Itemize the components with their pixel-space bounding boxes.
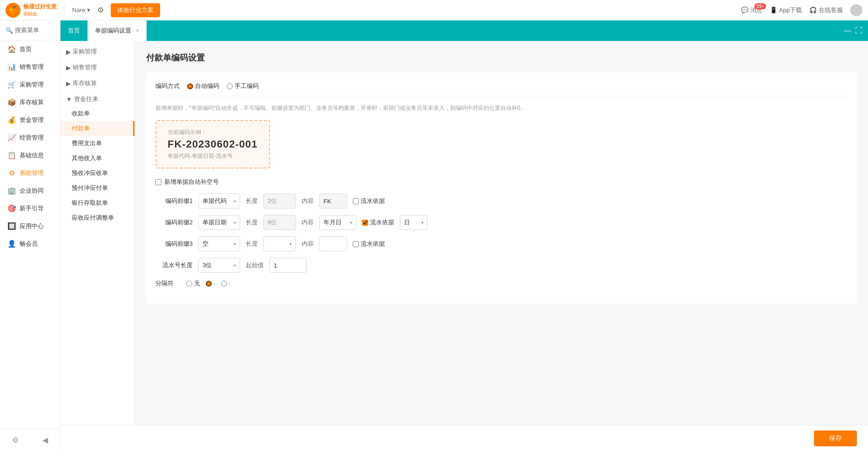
- length-3-select[interactable]: ▾: [263, 236, 296, 251]
- length-2-label: 长度: [246, 218, 258, 227]
- content-1-input[interactable]: [319, 194, 347, 209]
- topbar-left: 🍊 畅通过好生意 旗舰版 Nare ▾ ⚙ 体验行业方案: [6, 3, 160, 18]
- content-2-label: 内容: [302, 218, 314, 227]
- sidebar-item-member[interactable]: 👤 畅会员: [0, 235, 60, 253]
- separator-dash[interactable]: ·: [221, 280, 231, 287]
- submenu-item-prepay-receivable[interactable]: 预收冲应收单: [61, 166, 135, 181]
- chevron-right-icon: ▶: [66, 80, 71, 87]
- chevron-down-icon: ▾: [421, 220, 424, 225]
- submenu-group-capital-title[interactable]: ▼ 资金往来: [61, 92, 135, 106]
- tab-maximize-button[interactable]: ⛶: [855, 27, 862, 35]
- sidebar-settings-button[interactable]: ⚙: [9, 433, 21, 447]
- submenu-item-adjust[interactable]: 应收应付调整单: [61, 210, 135, 225]
- experience-button[interactable]: 体验行业方案: [111, 3, 160, 17]
- prefix-row-1: 编码前缀1 单据代码 ▾ 长度 内容 流水依据: [155, 194, 848, 209]
- encode-method-radio-group: 自动编码 手工编码: [187, 82, 259, 90]
- chevron-down-icon: ▾: [234, 242, 236, 247]
- submenu-item-payment[interactable]: 付款单: [61, 121, 135, 136]
- newbie-icon: 🎯: [7, 204, 16, 213]
- save-button[interactable]: 保存: [814, 431, 857, 446]
- basic-icon: 📋: [7, 151, 16, 160]
- sidebar-item-basic[interactable]: 📋 基础信息: [0, 147, 60, 164]
- app-download-button[interactable]: 📱 App下载: [770, 6, 802, 14]
- submenu-group-inventory-title[interactable]: ▶ 库存核算: [61, 76, 135, 90]
- online-service-button[interactable]: 🎧 在线客服: [809, 6, 843, 14]
- appcenter-icon: 🔲: [7, 222, 16, 230]
- sidebar-search[interactable]: 🔍 搜索菜单: [0, 20, 60, 40]
- sidebar-collapse-button[interactable]: ◀: [40, 433, 51, 447]
- prefix-2-label: 编码前缀2: [155, 218, 193, 227]
- prefix-1-select[interactable]: 单据代码 ▾: [198, 194, 240, 209]
- search-menu-button[interactable]: 🔍 搜索菜单: [4, 24, 56, 36]
- enterprise-icon: 🏢: [7, 187, 16, 195]
- system-icon: ⚙: [7, 169, 16, 177]
- serial-unit-select[interactable]: 日 ▾: [400, 215, 428, 230]
- sidebar-item-sales[interactable]: 📊 销售管理: [0, 58, 60, 76]
- preview-code: FK-20230602-001: [168, 138, 258, 150]
- submenu-item-bank[interactable]: 银行存取款单: [61, 195, 135, 210]
- message-button[interactable]: 💬 消息 99+: [741, 6, 762, 14]
- sidebar-item-home[interactable]: 🏠 首页: [0, 40, 60, 58]
- auto-code-radio[interactable]: 自动编码: [187, 82, 219, 90]
- length-1-input[interactable]: [263, 194, 296, 209]
- separator-dot[interactable]: ·: [206, 280, 215, 287]
- sidebar-item-inventory[interactable]: 📦 库存核算: [0, 94, 60, 111]
- start-value-input[interactable]: [269, 258, 307, 273]
- prefix-3-select[interactable]: 空 ▾: [198, 236, 240, 251]
- serial-1-checkbox[interactable]: [353, 198, 359, 204]
- inventory-icon: 📦: [7, 98, 16, 107]
- tab-close-icon[interactable]: ×: [136, 27, 139, 34]
- auto-fill-row: 新增单据自动补空号: [155, 178, 848, 186]
- sales-icon: 📊: [7, 63, 16, 71]
- preview-label: 当前编码示例：: [168, 128, 258, 136]
- serial-length-select[interactable]: 3位 ▾: [198, 258, 240, 273]
- separator-options: 无 · ·: [186, 279, 230, 288]
- serial-2-checkbox[interactable]: [362, 220, 368, 226]
- sidebar-item-newbie[interactable]: 🎯 新手引导: [0, 200, 60, 217]
- length-1-label: 长度: [246, 197, 258, 205]
- submenu-item-receipt[interactable]: 收款单: [61, 106, 135, 121]
- prefix-2-select[interactable]: 单据日期 ▾: [198, 215, 240, 230]
- separator-none[interactable]: 无: [186, 279, 200, 288]
- tab-bar-actions: — ⛶: [844, 27, 868, 35]
- sidebar-item-appcenter[interactable]: 🔲 应用中心: [0, 217, 60, 235]
- tab-minimize-button[interactable]: —: [844, 27, 851, 35]
- submenu-item-expense[interactable]: 费用支出单: [61, 136, 135, 151]
- sidebar-item-purchase[interactable]: 🛒 采购管理: [0, 76, 60, 94]
- submenu-item-other-income[interactable]: 其他收入单: [61, 151, 135, 166]
- serial-2-checkbox-label[interactable]: 流水依据: [362, 218, 394, 227]
- tab-home[interactable]: 首页: [61, 20, 87, 41]
- sidebar-item-finance[interactable]: 💰 资金管理: [0, 111, 60, 129]
- submenu-group-purchase-title[interactable]: ▶ 采购管理: [61, 45, 135, 59]
- home-icon: 🏠: [7, 45, 16, 54]
- content-3-input[interactable]: [319, 236, 347, 251]
- auto-fill-checkbox[interactable]: [155, 179, 161, 185]
- chevron-right-icon: ▶: [66, 64, 71, 71]
- content-2-select[interactable]: 年月日 ▾: [319, 215, 357, 230]
- serial-1-checkbox-label[interactable]: 流水依据: [353, 197, 385, 205]
- sidebar-item-operation[interactable]: 📈 经营管理: [0, 129, 60, 147]
- nav-dropdown[interactable]: Nare ▾: [72, 7, 90, 13]
- serial-3-checkbox-label[interactable]: 流水依据: [353, 240, 385, 248]
- submenu-group-sales-title[interactable]: ▶ 销售管理: [61, 61, 135, 74]
- settings-icon[interactable]: ⚙: [94, 4, 107, 17]
- user-avatar[interactable]: [850, 4, 862, 16]
- sidebar-item-enterprise[interactable]: 🏢 企业协同: [0, 182, 60, 200]
- sidebar-item-system[interactable]: ⚙ 系统管理: [0, 164, 60, 182]
- chevron-down-icon: ▾: [234, 263, 236, 268]
- service-icon: 🎧: [809, 7, 817, 13]
- content-3-label: 内容: [302, 240, 314, 248]
- sub-menu: ▶ 采购管理 ▶ 销售管理 ▶ 库存核算: [61, 41, 135, 425]
- serial-3-checkbox[interactable]: [353, 241, 359, 247]
- tab-encode-setting[interactable]: 单据编码设置 ×: [87, 20, 147, 41]
- submenu-item-prepay-payable[interactable]: 预付冲应付单: [61, 181, 135, 195]
- topbar-right: 💬 消息 99+ 📱 App下载 🎧 在线客服: [741, 4, 862, 16]
- submenu-group-purchase: ▶ 采购管理: [61, 45, 135, 59]
- manual-code-radio[interactable]: 手工编码: [227, 82, 259, 90]
- chevron-down-icon: ▾: [350, 220, 352, 225]
- preview-desc: 单据代码-单据日期-流水号: [168, 152, 258, 160]
- length-2-input[interactable]: [263, 215, 296, 230]
- prefix-row-2: 编码前缀2 单据日期 ▾ 长度 内容 年月日 ▾: [155, 215, 848, 230]
- separator-row: 分隔符 无 · ·: [155, 279, 848, 288]
- tab-bar: 首页 单据编码设置 × — ⛶: [61, 20, 868, 41]
